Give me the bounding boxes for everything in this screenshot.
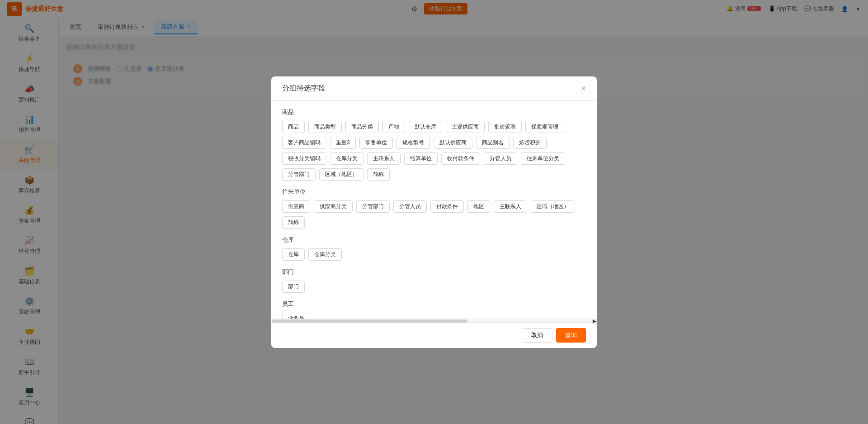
warehouse-tags: 仓库 仓库分类: [282, 248, 586, 261]
modal-footer: 取消 查询: [271, 322, 597, 348]
field-tag-goods-alias[interactable]: 商品别名: [476, 137, 509, 149]
field-select-modal: 分组待选字段 × 商品 商品 商品类型 商品分类 产地 默认仓库 主要供应商 批…: [271, 76, 597, 348]
field-tag-goods[interactable]: 商品: [282, 121, 305, 133]
section-warehouse: 仓库 仓库 仓库分类: [282, 236, 586, 261]
field-tag-area[interactable]: 地区: [467, 200, 490, 213]
field-tag-main-contact2[interactable]: 主联系人: [494, 200, 527, 213]
field-tag-region[interactable]: 区域（地区）: [319, 168, 363, 181]
field-tag-partner-dept[interactable]: 分管部门: [356, 200, 390, 213]
field-tag-supplier-category[interactable]: 供应商分类: [314, 200, 353, 213]
field-tag-short-name2[interactable]: 简称: [282, 216, 305, 229]
field-tag-payment-condition[interactable]: 付款条件: [430, 200, 464, 213]
field-tag-warehouse[interactable]: 仓库: [282, 248, 305, 261]
field-tag-dept[interactable]: 部门: [282, 281, 305, 293]
field-tag-batch-mgmt[interactable]: 批次管理: [488, 121, 522, 133]
section-partner-label: 往来单位: [282, 188, 586, 196]
field-tag-supervisor[interactable]: 分管人员: [484, 152, 517, 165]
dept-tags: 部门: [282, 281, 586, 293]
field-tag-goods-category[interactable]: 商品分类: [345, 121, 379, 133]
section-employee: 员工 业务员: [282, 300, 586, 319]
field-tag-partner-category[interactable]: 往来单位分类: [521, 152, 565, 165]
cancel-button[interactable]: 取消: [522, 328, 552, 343]
field-tag-origin[interactable]: 产地: [382, 121, 405, 133]
partner-tags: 供应商 供应商分类 分管部门 分管人员 付款条件 地区 主联系人 区域（地区） …: [282, 200, 586, 229]
section-employee-label: 员工: [282, 300, 586, 308]
field-tag-shelf-life[interactable]: 保质期管理: [525, 121, 564, 133]
field-tag-payment-terms[interactable]: 收付款条件: [441, 152, 480, 165]
hscroll-right-arrow[interactable]: ▶: [592, 319, 597, 324]
field-tag-dept-supervised[interactable]: 分管部门: [282, 168, 316, 181]
modal-header: 分组待选字段 ×: [271, 76, 597, 101]
field-tag-partner-supervisor[interactable]: 分管人员: [393, 200, 427, 213]
modal-hscroll-thumb: [272, 319, 467, 323]
field-tag-customer-code[interactable]: 客户商品编码: [282, 137, 326, 149]
modal-close-button[interactable]: ×: [581, 84, 586, 93]
modal-title: 分组待选字段: [282, 84, 326, 93]
section-department: 部门 部门: [282, 268, 586, 293]
field-tag-salesperson[interactable]: 业务员: [282, 313, 310, 319]
field-tag-default-supplier[interactable]: 默认供应商: [434, 137, 472, 149]
field-tag-spec-model[interactable]: 规格型号: [396, 137, 430, 149]
field-tag-main-contact[interactable]: 主联系人: [367, 152, 401, 165]
field-tag-weight[interactable]: 重量3: [330, 137, 356, 149]
section-partner: 往来单位 供应商 供应商分类 分管部门 分管人员 付款条件 地区 主联系人 区域…: [282, 188, 586, 229]
goods-tags: 商品 商品类型 商品分类 产地 默认仓库 主要供应商 批次管理 保质期管理 客户…: [282, 121, 586, 181]
field-tag-main-supplier[interactable]: 主要供应商: [446, 121, 485, 133]
field-tag-default-warehouse[interactable]: 默认仓库: [409, 121, 442, 133]
section-goods: 商品 商品 商品类型 商品分类 产地 默认仓库 主要供应商 批次管理 保质期管理…: [282, 108, 586, 181]
field-tag-supplier[interactable]: 供应商: [282, 200, 310, 213]
field-tag-settlement-unit[interactable]: 结算单位: [404, 152, 438, 165]
field-tag-smelting-points[interactable]: 炼货积分: [513, 137, 547, 149]
section-warehouse-label: 仓库: [282, 236, 586, 244]
section-goods-label: 商品: [282, 108, 586, 116]
field-tag-goods-type[interactable]: 商品类型: [308, 121, 342, 133]
field-tag-tax-code[interactable]: 税收分类编码: [282, 152, 326, 165]
modal-hscroll-track: ▶: [271, 319, 597, 322]
confirm-button[interactable]: 查询: [556, 328, 586, 343]
field-tag-retail-unit[interactable]: 零售单位: [359, 137, 393, 149]
field-tag-warehouse-category[interactable]: 仓库分类: [330, 152, 363, 165]
field-tag-warehouse-cat[interactable]: 仓库分类: [308, 248, 342, 261]
field-tag-region2[interactable]: 区域（地区）: [531, 200, 575, 213]
modal-body[interactable]: 商品 商品 商品类型 商品分类 产地 默认仓库 主要供应商 批次管理 保质期管理…: [271, 101, 597, 319]
modal-overlay: 分组待选字段 × 商品 商品 商品类型 商品分类 产地 默认仓库 主要供应商 批…: [0, 0, 868, 424]
employee-tags: 业务员: [282, 313, 586, 319]
section-dept-label: 部门: [282, 268, 586, 276]
field-tag-short-name[interactable]: 简称: [367, 168, 390, 181]
